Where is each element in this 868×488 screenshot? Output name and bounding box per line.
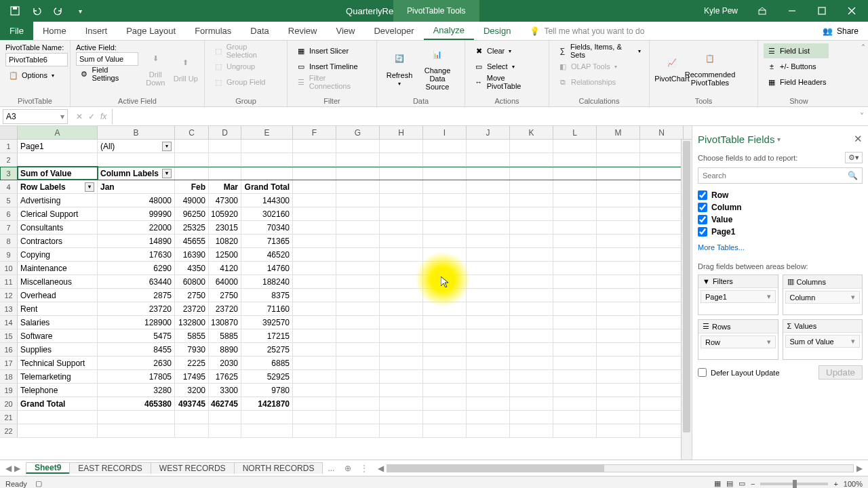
cell[interactable] — [640, 370, 684, 383]
column-header-A[interactable]: A — [18, 126, 98, 139]
cell[interactable] — [640, 262, 684, 274]
cell[interactable] — [293, 357, 336, 369]
gear-icon[interactable]: ⚙▾ — [845, 152, 863, 163]
cell[interactable] — [640, 302, 684, 315]
cell[interactable] — [640, 343, 684, 356]
sheet-tab[interactable]: EAST RECORDS — [69, 462, 151, 474]
cell[interactable] — [423, 384, 467, 396]
cell[interactable] — [510, 370, 553, 383]
cell[interactable] — [553, 424, 597, 437]
cell[interactable] — [553, 167, 597, 180]
filter-dropdown-icon[interactable]: ▾ — [162, 142, 172, 151]
filter-dropdown-icon[interactable]: ▾ — [162, 169, 172, 178]
cell[interactable] — [241, 167, 293, 180]
cell[interactable] — [553, 329, 597, 342]
cell[interactable] — [18, 424, 98, 437]
cell[interactable] — [467, 153, 510, 166]
cell[interactable] — [640, 194, 684, 207]
cell[interactable] — [510, 262, 553, 274]
cell[interactable]: 60800 — [175, 275, 209, 288]
zoom-out-icon[interactable]: − — [751, 480, 755, 488]
column-header-L[interactable]: L — [553, 126, 597, 139]
cell[interactable]: 12500 — [209, 248, 241, 261]
cell[interactable] — [597, 302, 640, 315]
cell[interactable] — [380, 194, 423, 207]
cell[interactable] — [640, 357, 684, 369]
cell[interactable] — [336, 316, 380, 329]
checkbox[interactable] — [698, 190, 707, 200]
change-data-source-button[interactable]: 📊Change Data Source — [420, 43, 454, 91]
olap-tools-button[interactable]: ◧OLAP Tools▾ — [555, 59, 644, 74]
cell[interactable]: 6885 — [241, 357, 293, 369]
close-icon[interactable] — [838, 0, 865, 22]
cell[interactable]: Salaries — [18, 316, 98, 329]
cell[interactable]: 4350 — [175, 262, 209, 274]
cell[interactable] — [597, 207, 640, 220]
cell[interactable] — [293, 343, 336, 356]
cell[interactable]: 188240 — [241, 275, 293, 288]
cell[interactable] — [98, 411, 175, 424]
cell[interactable] — [293, 262, 336, 274]
cell[interactable] — [293, 411, 336, 424]
cell[interactable] — [510, 357, 553, 369]
row-header[interactable]: 10 — [0, 262, 18, 274]
cell[interactable]: 465380 — [98, 397, 175, 410]
cell[interactable] — [553, 221, 597, 234]
field-list-button[interactable]: ☰Field List — [764, 43, 829, 58]
cell[interactable]: 71365 — [241, 235, 293, 247]
cell[interactable] — [597, 180, 640, 193]
cell[interactable]: 14760 — [241, 262, 293, 274]
cell[interactable] — [510, 343, 553, 356]
cell[interactable]: Clerical Support — [18, 207, 98, 220]
row-header[interactable]: 4 — [0, 180, 18, 193]
row-header[interactable]: 3 — [0, 167, 18, 180]
cell[interactable] — [640, 153, 684, 166]
cell[interactable] — [241, 411, 293, 424]
cell[interactable] — [510, 221, 553, 234]
cell[interactable] — [336, 370, 380, 383]
move-pivottable-button[interactable]: ↔Move PivotTable — [471, 75, 543, 89]
cell[interactable] — [467, 180, 510, 193]
cell[interactable] — [597, 275, 640, 288]
clear-button[interactable]: ✖Clear▾ — [471, 43, 543, 58]
save-icon[interactable] — [7, 3, 23, 19]
cell[interactable]: 10820 — [209, 235, 241, 247]
checkbox[interactable] — [698, 227, 707, 237]
cell[interactable] — [640, 316, 684, 329]
maximize-icon[interactable] — [808, 0, 835, 22]
cell[interactable] — [553, 289, 597, 302]
cell[interactable] — [423, 397, 467, 410]
cell[interactable] — [640, 235, 684, 247]
cell[interactable]: 392570 — [241, 316, 293, 329]
cell[interactable] — [293, 194, 336, 207]
cell[interactable] — [336, 302, 380, 315]
cell[interactable] — [423, 370, 467, 383]
cell[interactable] — [423, 411, 467, 424]
cell[interactable] — [336, 357, 380, 369]
field-checkbox-row[interactable]: Row — [698, 189, 863, 201]
column-header-J[interactable]: J — [467, 126, 510, 139]
cell[interactable] — [293, 140, 336, 152]
cell[interactable] — [293, 302, 336, 315]
tab-home[interactable]: Home — [33, 22, 76, 40]
cell[interactable] — [423, 194, 467, 207]
cell[interactable]: 105920 — [209, 207, 241, 220]
hscroll-left-icon[interactable]: ◀ — [378, 464, 387, 473]
cell[interactable] — [510, 289, 553, 302]
cell[interactable] — [553, 262, 597, 274]
cell[interactable]: Telemarketing — [18, 370, 98, 383]
cell[interactable] — [336, 180, 380, 193]
fields-items-sets-button[interactable]: ∑Fields, Items, & Sets▾ — [555, 43, 644, 58]
cell[interactable] — [553, 397, 597, 410]
collapse-ribbon-icon[interactable]: ˄ — [859, 41, 868, 106]
rows-area-item[interactable]: Row▾ — [701, 336, 776, 348]
cell[interactable] — [380, 167, 423, 180]
cell[interactable] — [597, 289, 640, 302]
field-checkbox-page1[interactable]: Page1 — [698, 226, 863, 238]
cell[interactable] — [467, 357, 510, 369]
recommended-pivottables-button[interactable]: 📋Recommended PivotTables — [693, 43, 727, 91]
tab-analyze[interactable]: Analyze — [424, 22, 474, 40]
cell[interactable] — [510, 248, 553, 261]
cell[interactable] — [423, 153, 467, 166]
filters-area[interactable]: ▼Filters Page1▾ — [698, 274, 778, 315]
